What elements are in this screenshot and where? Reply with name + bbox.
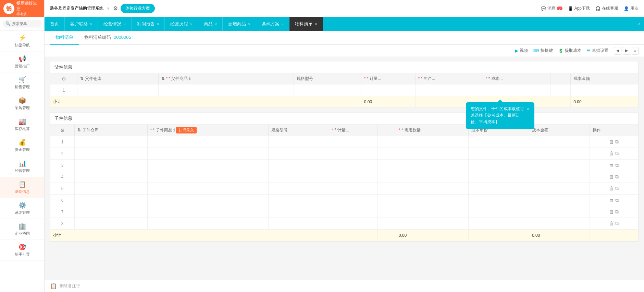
parent-warehouse-cell[interactable] [77, 84, 159, 96]
delete-row-btn[interactable]: 🗑 [609, 186, 614, 191]
child-product-cell[interactable] [147, 171, 269, 183]
tab-operation-history[interactable]: 经营历程 × [165, 17, 198, 31]
nav-list-btn[interactable]: ≡ [632, 47, 639, 55]
delete-row-btn[interactable]: 🗑 [609, 174, 614, 180]
sidebar-item-basic[interactable]: 📋 基础信息 [0, 177, 44, 198]
copy-row-btn[interactable]: ⧉ [615, 186, 619, 191]
child-warehouse-cell[interactable] [75, 195, 147, 206]
child-warehouse-cell[interactable] [75, 171, 147, 183]
tab-close-icon[interactable]: × [282, 22, 284, 26]
child-product-cell[interactable] [147, 136, 269, 148]
child-spec-cell[interactable] [269, 183, 329, 195]
nav-next-btn[interactable]: ▶ [623, 47, 630, 55]
tab-barcode[interactable]: 条码方案 × [256, 17, 289, 31]
child-spec-cell[interactable] [269, 171, 329, 183]
child-unit-cell[interactable] [329, 171, 378, 183]
child-unit-cell[interactable] [329, 195, 378, 206]
child-warehouse-cell[interactable] [75, 206, 147, 218]
child-qty-cell[interactable] [396, 218, 468, 230]
nav-prev-btn[interactable]: ◀ [614, 47, 621, 55]
child-unit-cell[interactable] [329, 136, 378, 148]
sidebar-item-system[interactable]: ⚙️ 系统管理 [0, 198, 44, 219]
child-unit-cell[interactable] [329, 206, 378, 218]
child-warehouse-cell[interactable] [75, 148, 147, 160]
child-warehouse-cell[interactable] [75, 218, 147, 230]
parent-spec-cell[interactable] [294, 84, 361, 96]
child-qty-cell[interactable] [396, 183, 468, 195]
delete-row-btn[interactable]: 🗑 [609, 151, 614, 156]
tab-close-icon[interactable]: × [248, 22, 250, 26]
child-warehouse-cell[interactable] [75, 183, 147, 195]
copy-row-btn[interactable]: ⧉ [615, 139, 619, 145]
copy-row-btn[interactable]: ⧉ [615, 174, 619, 180]
app-action[interactable]: 📱 App下载 [568, 5, 590, 11]
video-btn[interactable]: ▶ 视频 [515, 48, 528, 54]
sidebar-item-quick-nav[interactable]: ⚡ 快捷导航 [0, 31, 44, 51]
child-qty-cell[interactable] [396, 148, 468, 160]
child-unit-cell[interactable] [329, 160, 378, 171]
child-spec-cell[interactable] [269, 148, 329, 160]
single-setting-btn[interactable]: ☰ 单据设置 [587, 48, 608, 54]
child-product-cell[interactable] [147, 148, 269, 160]
parent-gear-icon[interactable]: ⚙ [62, 76, 66, 82]
service-action[interactable]: 🎧 在线客服 [595, 5, 618, 11]
child-qty-cell[interactable] [396, 195, 468, 206]
child-qty-cell[interactable] [396, 206, 468, 218]
child-spec-cell[interactable] [269, 160, 329, 171]
child-spec-cell[interactable] [269, 195, 329, 206]
user-action[interactable]: 👤 用友 [624, 5, 639, 11]
sidebar-item-sales[interactable]: 🛒 销售管理 [0, 72, 44, 93]
child-product-cell[interactable] [147, 160, 269, 171]
tab-profit[interactable]: 利润报告 × [132, 17, 165, 31]
child-product-cell[interactable] [147, 206, 269, 218]
extract-cost-btn[interactable]: 💲 提取成本 [558, 48, 581, 54]
sub-tab-bom-code[interactable]: 物料清单编码 0000005 [79, 31, 137, 45]
tab-customer[interactable]: 客户联络 × [65, 17, 98, 31]
sub-tab-bom-list[interactable]: 物料清单 [50, 31, 79, 45]
child-spec-cell[interactable] [269, 136, 329, 148]
copy-row-btn[interactable]: ⧉ [615, 221, 619, 226]
parent-cost-cell[interactable] [483, 84, 550, 96]
parent-product-cell[interactable] [159, 84, 294, 96]
delete-row-btn[interactable]: 🗑 [609, 197, 614, 203]
search-input[interactable] [12, 22, 39, 26]
delete-row-btn[interactable]: 🗑 [609, 209, 614, 215]
child-unit-cell[interactable] [329, 148, 378, 160]
sidebar-item-purchase[interactable]: 📦 采购管理 [0, 93, 44, 114]
tab-close-icon[interactable]: × [215, 22, 217, 26]
child-qty-cell[interactable] [396, 171, 468, 183]
delete-row-btn[interactable]: 🗑 [609, 139, 614, 145]
sidebar-item-guide[interactable]: 🎯 新手引导 [0, 240, 44, 261]
child-spec-cell[interactable] [269, 206, 329, 218]
tooltip-close-btn[interactable]: × [527, 106, 530, 113]
child-spec-cell[interactable] [269, 218, 329, 230]
sidebar-item-finance[interactable]: 💰 资金管理 [0, 135, 44, 156]
scan-button[interactable]: 扫码录入 [176, 127, 197, 133]
trial-button[interactable]: 体验行业方案 [121, 4, 155, 13]
sidebar-item-enterprise[interactable]: 🏢 企业协同 [0, 219, 44, 240]
child-unit-cell[interactable] [329, 218, 378, 230]
delete-row-btn[interactable]: 🗑 [609, 162, 614, 168]
copy-row-btn[interactable]: ⧉ [615, 209, 619, 215]
child-warehouse-cell[interactable] [75, 136, 147, 148]
child-gear-icon[interactable]: ⚙ [60, 128, 65, 133]
parent-prod-cell[interactable] [415, 84, 483, 96]
child-product-cell[interactable] [147, 218, 269, 230]
tab-goods[interactable]: 商品 × [198, 17, 223, 31]
child-unit-cell[interactable] [329, 183, 378, 195]
child-warehouse-cell[interactable] [75, 160, 147, 171]
child-product-cell[interactable] [147, 183, 269, 195]
tab-home[interactable]: 首页 [45, 17, 65, 31]
tab-new-goods[interactable]: 新增商品 × [223, 17, 256, 31]
copy-row-btn[interactable]: ⧉ [615, 162, 619, 168]
tab-close-icon[interactable]: × [157, 22, 159, 26]
tab-bom[interactable]: 物料清单 × [289, 17, 323, 31]
sidebar-item-inventory[interactable]: 🏭 库存核算 [0, 114, 44, 135]
tab-close-icon[interactable]: × [190, 22, 192, 26]
shortcut-btn[interactable]: ⌨ 快捷键 [533, 48, 553, 54]
tab-operation-status[interactable]: 经营情况 × [98, 17, 131, 31]
tab-close-icon[interactable]: × [90, 22, 92, 26]
sidebar-item-marketing[interactable]: 📢 营销推广 [0, 51, 44, 72]
child-product-cell[interactable] [147, 195, 269, 206]
sidebar-item-operation[interactable]: 📊 经营管理 [0, 156, 44, 177]
